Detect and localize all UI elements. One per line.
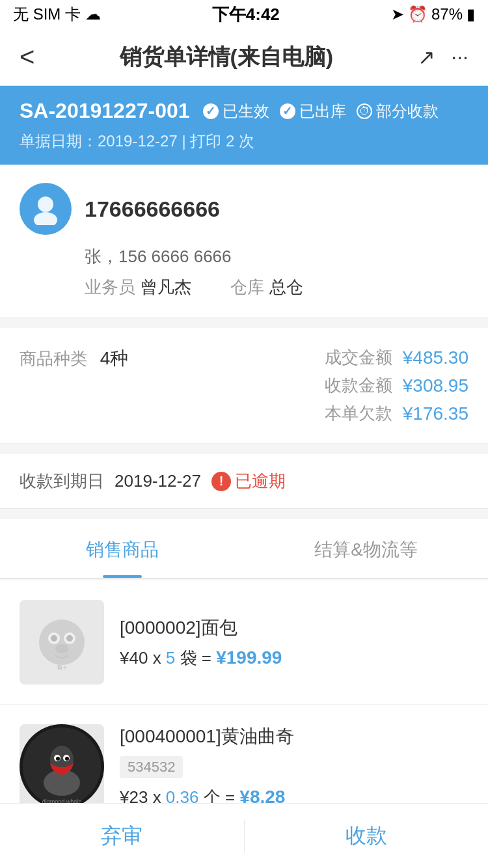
debt-amount-row: 本单欠款 ¥176.35: [325, 402, 468, 425]
agent-name: 曾凡杰: [141, 276, 191, 299]
partial-label: 部分收款: [376, 101, 439, 122]
debt-label: 本单欠款: [325, 402, 392, 425]
product-info: [0000002]面包 ¥40 x 5 袋 = ¥199.99: [120, 616, 468, 670]
warehouse-name: 总仓: [269, 276, 303, 299]
type-value: 4种: [100, 348, 129, 368]
product-thumbnail: diamond whale: [20, 724, 104, 809]
page-title: 销货单详情(来自电脑): [120, 42, 334, 72]
nav-bar: < 销货单详情(来自电脑) ↗ ···: [0, 29, 488, 86]
overdue-badge: ! 已逾期: [211, 470, 286, 493]
received-value: ¥308.95: [403, 375, 468, 396]
product-type-info: 商品种类 4种: [20, 346, 128, 371]
svg-point-15: [56, 757, 60, 761]
tab-settlement-label: 结算&物流等: [314, 539, 418, 560]
customer-section: 17666666666 张，156 6666 6666 业务员 曾凡杰 仓库 总…: [0, 165, 488, 318]
tab-settlement[interactable]: 结算&物流等: [244, 519, 488, 578]
partial-icon: ⏱: [357, 103, 372, 119]
avatar-icon: [29, 193, 62, 225]
amount-info: 成交金额 ¥485.30 收款金额 ¥308.95 本单欠款 ¥176.35: [325, 346, 468, 425]
product-unit-price: ¥40: [120, 648, 148, 668]
product-name: [000400001]黄油曲奇: [120, 724, 468, 749]
order-header: SA-20191227-001 ✓ 已生效 ✓ 已出库 ⏱ 部分收款 单据日期：…: [0, 86, 488, 165]
activated-icon: ✓: [203, 103, 219, 119]
status-right: ➤ ⏰ 87% ▮: [391, 5, 475, 23]
shipped-label: 已出库: [299, 101, 346, 122]
product-qty: 5: [166, 648, 175, 668]
status-time: 下午4:42: [212, 3, 280, 26]
overdue-icon: !: [211, 472, 231, 491]
product-tag: 534532: [120, 756, 183, 778]
order-sub-info: 单据日期：2019-12-27 | 打印 2 次: [20, 131, 468, 152]
type-label: 商品种类: [20, 349, 87, 368]
svg-point-6: [66, 635, 73, 642]
location-icon: ➤: [391, 5, 404, 23]
bottom-bar: 弃审 收款: [0, 803, 488, 868]
share-button[interactable]: ↗: [418, 45, 435, 70]
svg-point-5: [51, 635, 57, 642]
summary-section: 商品种类 4种 成交金额 ¥485.30 收款金额 ¥308.95 本单欠款 ¥…: [0, 328, 488, 444]
order-id: SA-20191227-001: [20, 99, 190, 123]
activated-label: 已生效: [223, 101, 269, 122]
product-info: [000400001]黄油曲奇 534532 ¥23 x 0.36 个 = ¥8…: [120, 724, 468, 809]
battery-icon: ▮: [467, 5, 475, 23]
agent-label: 业务员: [85, 276, 135, 299]
tab-products-label: 销售商品: [86, 539, 159, 560]
debt-value: ¥176.35: [403, 403, 468, 424]
product-name: [0000002]面包: [120, 616, 468, 640]
svg-point-0: [38, 197, 53, 212]
warehouse-label: 仓库: [230, 276, 264, 299]
cancel-button[interactable]: 弃审: [0, 809, 244, 863]
product-unit: 袋: [180, 648, 197, 668]
alarm-icon: ⏰: [408, 5, 427, 23]
nav-left-actions: <: [20, 42, 34, 72]
customer-name-phone: 张，156 6666 6666: [20, 245, 468, 268]
due-date-value: 2019-12-27: [115, 471, 201, 491]
list-item: 鱼+ [0000002]面包 ¥40 x 5 袋 = ¥199.99: [0, 580, 488, 705]
nav-right-actions: ↗ ···: [418, 45, 468, 70]
received-amount-row: 收款金额 ¥308.95: [325, 374, 468, 397]
agent-info: 业务员 曾凡杰: [85, 276, 230, 299]
svg-text:鱼+: 鱼+: [57, 664, 67, 671]
product-thumbnail: 鱼+: [20, 600, 104, 685]
customer-meta: 业务员 曾凡杰 仓库 总仓: [20, 276, 468, 299]
order-badges: ✓ 已生效 ✓ 已出库 ⏱ 部分收款: [203, 101, 439, 122]
product-equals: =: [202, 648, 216, 668]
warehouse-info: 仓库 总仓: [230, 276, 342, 299]
badge-shipped: ✓ 已出库: [280, 101, 346, 122]
badge-partial: ⏱ 部分收款: [357, 101, 439, 122]
svg-point-7: [55, 644, 68, 653]
status-left: 无 SIM 卡 ☁: [13, 4, 101, 25]
status-bar: 无 SIM 卡 ☁ 下午4:42 ➤ ⏰ 87% ▮: [0, 0, 488, 29]
svg-point-16: [65, 757, 69, 761]
owl-placeholder-icon: 鱼+: [29, 610, 94, 675]
sim-status: 无 SIM 卡 ☁: [13, 4, 101, 25]
badge-activated: ✓ 已生效: [203, 101, 269, 122]
product-image-icon: diamond whale: [20, 724, 104, 809]
product-multiply: x: [153, 648, 166, 668]
products-section: 鱼+ [0000002]面包 ¥40 x 5 袋 = ¥199.99: [0, 580, 488, 829]
product-price-row: ¥40 x 5 袋 = ¥199.99: [120, 647, 468, 670]
svg-point-1: [34, 212, 57, 225]
back-button[interactable]: <: [20, 42, 34, 72]
avatar: [20, 183, 72, 235]
due-label: 收款到期日: [20, 470, 104, 493]
shipped-icon: ✓: [280, 103, 295, 119]
tabs-section: 销售商品 结算&物流等: [0, 519, 488, 579]
tab-underline: [103, 575, 142, 578]
received-label: 收款金额: [325, 374, 392, 397]
deal-amount-label: 成交金额: [325, 346, 392, 369]
battery-level: 87%: [431, 5, 463, 23]
overdue-text: 已逾期: [235, 470, 286, 493]
tab-products[interactable]: 销售商品: [0, 519, 244, 578]
deal-amount-row: 成交金额 ¥485.30: [325, 346, 468, 369]
product-total: ¥199.99: [216, 647, 282, 668]
more-button[interactable]: ···: [451, 45, 468, 69]
confirm-button[interactable]: 收款: [245, 809, 489, 863]
customer-phone: 17666666666: [85, 197, 220, 222]
deal-amount-value: ¥485.30: [403, 347, 468, 368]
due-date-section: 收款到期日 2019-12-27 ! 已逾期: [0, 454, 488, 509]
